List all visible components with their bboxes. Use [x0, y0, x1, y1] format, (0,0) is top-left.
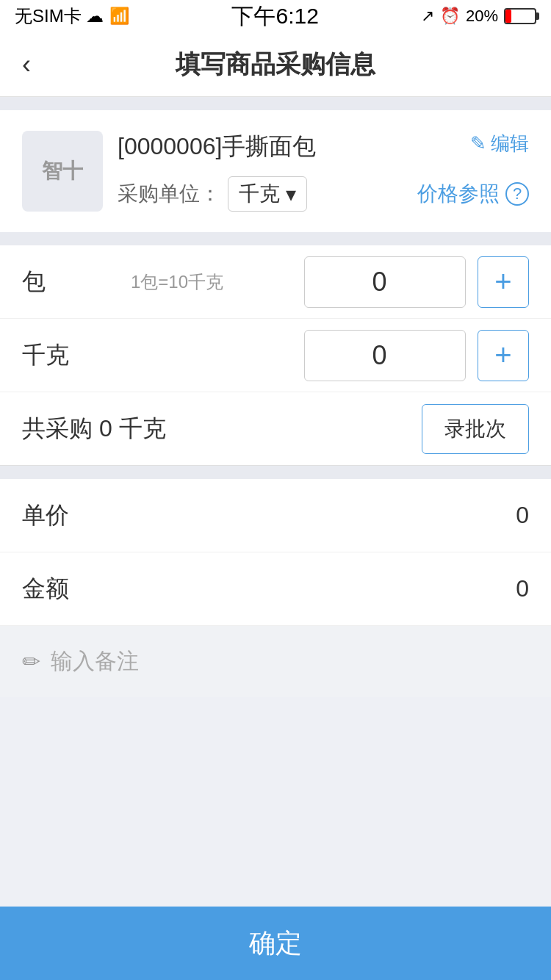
product-name: [0000006]手撕面包 — [118, 131, 316, 163]
remark-placeholder: 输入备注 — [51, 646, 139, 677]
price-row-1: 金额 0 — [0, 552, 551, 626]
qty-input-wrap-1: + — [125, 330, 529, 381]
no-sim-label: 无SIM卡 ☁ — [15, 4, 104, 28]
qty-input-0[interactable] — [304, 256, 466, 308]
wifi-icon: 📶 — [109, 7, 129, 26]
unit-value: 千克 — [239, 180, 280, 208]
price-section: 单价 0 金额 0 — [0, 479, 551, 626]
edit-icon: ✎ — [470, 132, 486, 155]
alarm-icon: ⏰ — [440, 7, 460, 26]
battery-percent: 20% — [466, 7, 498, 26]
edit-label: 编辑 — [491, 131, 529, 156]
pencil-icon: ✏ — [22, 649, 40, 674]
price-label-0: 单价 — [22, 500, 516, 532]
location-icon: ↗ — [421, 7, 434, 26]
quantity-section: 包 1包=10千克 + 千克 + — [0, 245, 551, 392]
qty-label-1: 千克 — [22, 339, 125, 372]
summary-row: 共采购 0 千克 录批次 — [0, 392, 551, 466]
price-ref-button[interactable]: 价格参照 ? — [417, 180, 529, 208]
qty-label-0: 包 — [22, 266, 125, 298]
quantity-row-0: 包 1包=10千克 + — [0, 245, 551, 319]
qty-plus-0[interactable]: + — [478, 256, 529, 308]
status-bar-left: 无SIM卡 ☁ 📶 — [15, 4, 129, 28]
product-header: [0000006]手撕面包 ✎ 编辑 — [118, 131, 529, 163]
price-row-0: 单价 0 — [0, 479, 551, 552]
status-bar: 无SIM卡 ☁ 📶 下午6:12 ↗ ⏰ 20% — [0, 0, 551, 32]
batch-button[interactable]: 录批次 — [422, 404, 529, 454]
mid-divider-2 — [0, 466, 551, 479]
product-card: 智十 [0000006]手撕面包 ✎ 编辑 采购单位： 千克 ▾ 价格参照 ? — [0, 110, 551, 232]
back-button[interactable]: ‹ — [22, 49, 31, 80]
page-title: 填写商品采购信息 — [176, 48, 375, 82]
mid-divider-1 — [0, 232, 551, 245]
unit-selector[interactable]: 千克 ▾ — [228, 176, 307, 212]
status-bar-right: ↗ ⏰ 20% — [421, 7, 536, 26]
qty-input-wrap-0: + — [223, 256, 529, 308]
product-unit-row: 采购单位： 千克 ▾ 价格参照 ? — [118, 176, 529, 212]
help-icon: ? — [505, 182, 529, 206]
price-label-1: 金额 — [22, 573, 516, 605]
price-value-0: 0 — [516, 502, 529, 529]
confirm-button[interactable]: 确定 — [0, 907, 551, 980]
status-time: 下午6:12 — [231, 1, 318, 32]
product-info: [0000006]手撕面包 ✎ 编辑 采购单位： 千克 ▾ 价格参照 ? — [118, 131, 529, 212]
nav-bar: ‹ 填写商品采购信息 — [0, 32, 551, 97]
quantity-row-1: 千克 + — [0, 319, 551, 392]
unit-label: 采购单位： — [118, 180, 220, 208]
top-divider — [0, 97, 551, 110]
product-thumbnail: 智十 — [22, 131, 103, 212]
qty-sublabel-0: 1包=10千克 — [131, 270, 223, 294]
edit-button[interactable]: ✎ 编辑 — [470, 131, 529, 156]
qty-plus-1[interactable]: + — [478, 330, 529, 381]
remark-section[interactable]: ✏ 输入备注 — [0, 626, 551, 697]
battery-icon — [504, 8, 536, 24]
summary-text: 共采购 0 千克 — [22, 413, 422, 445]
dropdown-arrow-icon: ▾ — [286, 182, 296, 206]
price-value-1: 0 — [516, 575, 529, 602]
qty-input-1[interactable] — [304, 330, 466, 381]
price-ref-label: 价格参照 — [417, 180, 500, 208]
thumbnail-text: 智十 — [42, 157, 83, 185]
